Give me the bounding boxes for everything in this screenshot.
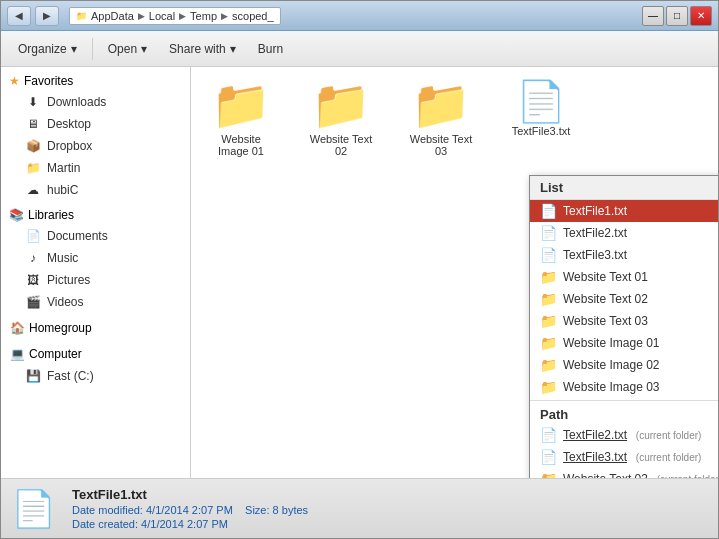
drive-icon: 💾 (25, 368, 41, 384)
sidebar-item-pictures[interactable]: 🖼 Pictures (1, 269, 190, 291)
file-item-website-text02[interactable]: 📁 Website Text 02 (301, 77, 381, 161)
title-bar: ◀ ▶ 📁 AppData ▶ Local ▶ Temp ▶ scoped_ —… (1, 1, 718, 31)
popup-title: List (540, 180, 563, 195)
sidebar-item-martin[interactable]: 📁 Martin (1, 157, 190, 179)
sidebar-item-videos[interactable]: 🎬 Videos (1, 291, 190, 313)
popup-item-websiteimage02[interactable]: 📁 Website Image 02 (530, 354, 718, 376)
popup-item-websitetext03[interactable]: 📁 Website Text 03 (530, 310, 718, 332)
minimize-button[interactable]: — (642, 6, 664, 26)
computer-header[interactable]: 💻 Computer (1, 343, 190, 365)
main-content: ★ Favorites ⬇ Downloads 🖥 Desktop 📦 Drop… (1, 67, 718, 478)
title-bar-left: ◀ ▶ 📁 AppData ▶ Local ▶ Temp ▶ scoped_ (7, 6, 287, 26)
share-button[interactable]: Share with ▾ (160, 38, 245, 60)
back-button[interactable]: ◀ (7, 6, 31, 26)
maximize-button[interactable]: □ (666, 6, 688, 26)
popup-item-textfile1[interactable]: 📄 TextFile1.txt (530, 200, 718, 222)
folder-icon-2: 📁 (311, 81, 371, 129)
sidebar-item-documents[interactable]: 📄 Documents (1, 225, 190, 247)
pictures-icon: 🖼 (25, 272, 41, 288)
open-label: Open (108, 42, 137, 56)
desktop-label: Desktop (47, 117, 91, 131)
popup-path-item-3[interactable]: 📁 Website Text 03 (current folder) (530, 468, 718, 478)
burn-label: Burn (258, 42, 283, 56)
sidebar-item-downloads[interactable]: ⬇ Downloads (1, 91, 190, 113)
open-button[interactable]: Open ▾ (99, 38, 156, 60)
popup-divider (530, 400, 718, 401)
favorites-section: ★ Favorites ⬇ Downloads 🖥 Desktop 📦 Drop… (1, 71, 190, 201)
organize-label: Organize (18, 42, 67, 56)
address-part-3: Temp (190, 10, 217, 22)
status-size-label: Size: (245, 504, 269, 516)
address-bar[interactable]: 📁 AppData ▶ Local ▶ Temp ▶ scoped_ (69, 7, 281, 25)
forward-button[interactable]: ▶ (35, 6, 59, 26)
status-filename: TextFile1.txt (72, 487, 308, 502)
file-label-2: Website Text 02 (305, 133, 377, 157)
file-item-website-image01[interactable]: 📁 Website Image 01 (201, 77, 281, 161)
address-part-4: scoped_ (232, 10, 274, 22)
popup-path-header: Path 100+ (530, 403, 718, 424)
hubic-icon: ☁ (25, 182, 41, 198)
homegroup-icon: 🏠 (9, 320, 25, 336)
popup-item-name-6: Website Text 03 (563, 314, 648, 328)
videos-icon: 🎬 (25, 294, 41, 310)
libraries-header[interactable]: 📚 Libraries (1, 205, 190, 225)
share-label: Share with (169, 42, 226, 56)
library-icon: 📚 (9, 208, 24, 222)
computer-section: 💻 Computer 💾 Fast (C:) (1, 343, 190, 387)
status-file-icon: 📄 (11, 488, 56, 530)
popup-item-textfile3[interactable]: 📄 TextFile3.txt (530, 244, 718, 266)
homegroup-header[interactable]: 🏠 Homegroup (1, 317, 190, 339)
star-icon: ★ (9, 74, 20, 88)
downloads-icon: ⬇ (25, 94, 41, 110)
list-popup: List 9 📄 TextFile1.txt 📄 TextFile2.txt 📄… (529, 175, 718, 478)
music-icon: ♪ (25, 250, 41, 266)
folder-icon-3: 📁 (411, 81, 471, 129)
popup-item-websiteimage01[interactable]: 📁 Website Image 01 (530, 332, 718, 354)
file-label-4: TextFile3.txt (512, 125, 571, 137)
organize-button[interactable]: Organize ▾ (9, 38, 86, 60)
popup-path-sub-2: (current folder) (633, 452, 701, 463)
folder-icon-p5: 📁 (540, 357, 557, 373)
address-folder-icon: 📁 (76, 11, 87, 21)
dropbox-icon: 📦 (25, 138, 41, 154)
popup-path-sub-3: (current folder) (654, 474, 718, 479)
sidebar-item-dropbox[interactable]: 📦 Dropbox (1, 135, 190, 157)
file-label-3: Website Text 03 (405, 133, 477, 157)
popup-path-name-2: TextFile3.txt (563, 450, 627, 464)
popup-item-websiteimage03[interactable]: 📁 Website Image 03 (530, 376, 718, 398)
sidebar: ★ Favorites ⬇ Downloads 🖥 Desktop 📦 Drop… (1, 67, 191, 478)
sidebar-item-music[interactable]: ♪ Music (1, 247, 190, 269)
popup-item-name-3: TextFile3.txt (563, 248, 627, 262)
computer-icon: 💻 (9, 346, 25, 362)
popup-item-name-4: Website Text 01 (563, 270, 648, 284)
txt-icon-2: 📄 (540, 225, 557, 241)
arrow-3: ▶ (221, 11, 228, 21)
file-item-website-text03[interactable]: 📁 Website Text 03 (401, 77, 481, 161)
sidebar-item-desktop[interactable]: 🖥 Desktop (1, 113, 190, 135)
folder-icon-p1: 📁 (540, 269, 557, 285)
path-label: Path (540, 407, 568, 422)
sidebar-item-fastc[interactable]: 💾 Fast (C:) (1, 365, 190, 387)
folder-icon-p3: 📁 (540, 313, 557, 329)
close-button[interactable]: ✕ (690, 6, 712, 26)
popup-item-websitetext02[interactable]: 📁 Website Text 02 (530, 288, 718, 310)
burn-button[interactable]: Burn (249, 38, 292, 60)
popup-item-websitetext01[interactable]: 📁 Website Text 01 (530, 266, 718, 288)
documents-label: Documents (47, 229, 108, 243)
pictures-label: Pictures (47, 273, 90, 287)
status-info: TextFile1.txt Date modified: 4/1/2014 2:… (72, 487, 308, 530)
popup-path-item-2[interactable]: 📄 TextFile3.txt (current folder) (530, 446, 718, 468)
path-txt-icon-1: 📄 (540, 427, 557, 443)
popup-item-textfile2[interactable]: 📄 TextFile2.txt (530, 222, 718, 244)
file-item-textfile3[interactable]: 📄 TextFile3.txt (501, 77, 581, 161)
popup-path-sub-1: (current folder) (633, 430, 701, 441)
sidebar-item-hubic[interactable]: ☁ hubiC (1, 179, 190, 201)
path-txt-icon-2: 📄 (540, 449, 557, 465)
favorites-header[interactable]: ★ Favorites (1, 71, 190, 91)
organize-arrow: ▾ (71, 42, 77, 56)
popup-item-name-5: Website Text 02 (563, 292, 648, 306)
fastc-label: Fast (C:) (47, 369, 94, 383)
status-created-value: 4/1/2014 2:07 PM (141, 518, 228, 530)
popup-path-item-1[interactable]: 📄 TextFile2.txt (current folder) (530, 424, 718, 446)
homegroup-section: 🏠 Homegroup (1, 317, 190, 339)
